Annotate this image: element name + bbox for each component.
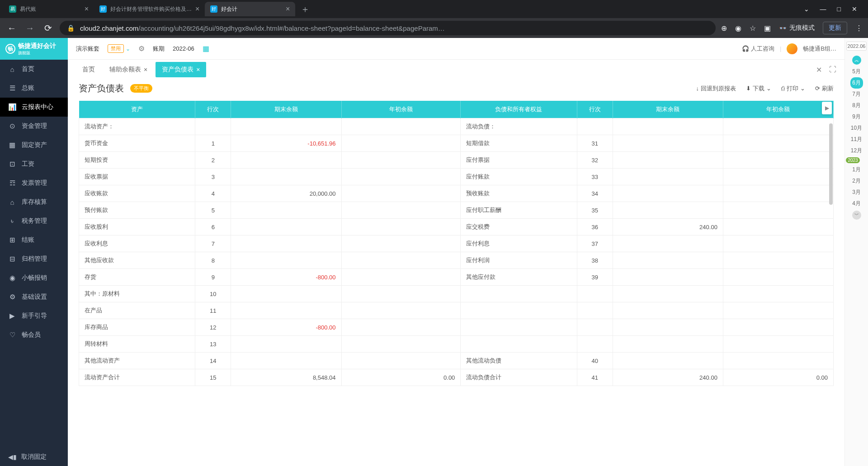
cell-start-bal[interactable]: [341, 169, 461, 185]
sidebar-item-5[interactable]: ⊡工资: [0, 155, 68, 174]
cell-start-bal[interactable]: [341, 235, 461, 252]
cell-end-bal[interactable]: [231, 286, 341, 302]
cell-liab[interactable]: 应交税费: [461, 219, 577, 235]
page-tab[interactable]: 辅助余额表×: [103, 62, 154, 77]
cell-start-bal[interactable]: [341, 152, 461, 169]
new-tab-button[interactable]: ＋: [295, 3, 315, 15]
cell-start-bal2[interactable]: [723, 135, 833, 152]
cell-start-bal[interactable]: [341, 219, 461, 235]
cell-start-bal[interactable]: 0.00: [341, 369, 461, 386]
cell-start-bal2[interactable]: [723, 286, 833, 302]
menu-icon[interactable]: ⋮: [855, 24, 863, 33]
cell-end-bal2[interactable]: [613, 286, 723, 302]
cell-asset[interactable]: 在产品: [79, 302, 195, 319]
cell-end-bal[interactable]: -800.00: [231, 269, 341, 286]
cell-start-bal[interactable]: [341, 269, 461, 286]
cell-end-bal[interactable]: -10,651.96: [231, 135, 341, 152]
calendar-icon[interactable]: ▦: [203, 44, 209, 53]
cell-end-bal[interactable]: [231, 353, 341, 369]
cell-start-bal[interactable]: [341, 336, 461, 353]
download-button[interactable]: ⬇ 下载 ⌄: [746, 85, 771, 93]
cell-asset[interactable]: 其他应收款: [79, 252, 195, 269]
cell-start-bal2[interactable]: [723, 319, 833, 336]
unpin-button[interactable]: ◀▮ 取消固定: [0, 448, 68, 466]
cell-asset[interactable]: 周转材料: [79, 336, 195, 353]
sidebar-item-3[interactable]: ⊙资金管理: [0, 117, 68, 136]
cell-end-bal[interactable]: [231, 235, 341, 252]
cell-asset[interactable]: 流动资产：: [79, 118, 195, 135]
cell-end-bal2[interactable]: [613, 353, 723, 369]
cell-start-bal2[interactable]: [723, 235, 833, 252]
month-item[interactable]: 8月: [850, 100, 863, 111]
cell-asset[interactable]: 库存商品: [79, 319, 195, 336]
month-item[interactable]: 2月: [852, 175, 861, 187]
cell-asset[interactable]: 其他流动资产: [79, 353, 195, 369]
cell-start-bal2[interactable]: [723, 152, 833, 169]
cell-liab[interactable]: 流动负债：: [461, 118, 577, 135]
cell-end-bal2[interactable]: [613, 302, 723, 319]
cell-asset[interactable]: 应收账款: [79, 185, 195, 202]
close-window-icon[interactable]: ✕: [852, 5, 857, 13]
cell-start-bal[interactable]: [341, 319, 461, 336]
cell-end-bal2[interactable]: [613, 269, 723, 286]
cell-asset[interactable]: 应收票据: [79, 169, 195, 185]
cell-start-bal2[interactable]: [723, 185, 833, 202]
sidebar-item-14[interactable]: ♡畅会员: [0, 325, 68, 344]
month-item[interactable]: 6月: [850, 77, 863, 89]
cell-end-bal2[interactable]: [613, 235, 723, 252]
tab-close-icon[interactable]: ×: [195, 5, 199, 13]
avatar[interactable]: [787, 43, 797, 54]
cell-liab[interactable]: 预收账款: [461, 185, 577, 202]
month-picker-year[interactable]: 2022.06: [846, 42, 867, 51]
month-item[interactable]: 1月: [852, 164, 861, 175]
cell-end-bal[interactable]: [231, 152, 341, 169]
sidebar-item-4[interactable]: ▦固定资产: [0, 136, 68, 155]
sidebar-item-8[interactable]: ৳税务管理: [0, 212, 68, 231]
update-button[interactable]: 更新: [823, 22, 847, 34]
cell-asset[interactable]: 流动资产合计: [79, 369, 195, 386]
cell-start-bal[interactable]: [341, 252, 461, 269]
month-up-button[interactable]: ︽: [852, 56, 861, 65]
cell-liab[interactable]: [461, 336, 577, 353]
cell-liab[interactable]: 应付利息: [461, 235, 577, 252]
tab-close-icon[interactable]: ×: [286, 5, 290, 13]
page-tab[interactable]: 资产负债表×: [156, 62, 206, 77]
cell-start-bal[interactable]: [341, 185, 461, 202]
cell-end-bal[interactable]: -800.00: [231, 319, 341, 336]
cell-start-bal2[interactable]: [723, 302, 833, 319]
cell-end-bal2[interactable]: [613, 252, 723, 269]
search-icon[interactable]: ⊕: [721, 24, 727, 33]
month-item[interactable]: 5月: [850, 66, 863, 77]
cell-end-bal2[interactable]: [613, 336, 723, 353]
cell-start-bal2[interactable]: [723, 118, 833, 135]
cell-start-bal2[interactable]: [723, 252, 833, 269]
tab-close-icon[interactable]: ×: [144, 66, 147, 73]
sidebar-item-7[interactable]: ⌂库存核算: [0, 193, 68, 212]
maximize-icon[interactable]: □: [837, 5, 841, 13]
cell-end-bal[interactable]: [231, 118, 341, 135]
cell-liab[interactable]: 应付职工薪酬: [461, 202, 577, 219]
cell-end-bal2[interactable]: [613, 169, 723, 185]
sidebar-item-2[interactable]: 📊云报表中心: [0, 98, 68, 117]
month-item[interactable]: 12月: [850, 145, 863, 156]
cell-asset[interactable]: 货币资金: [79, 135, 195, 152]
cell-liab[interactable]: 流动负债合计: [461, 369, 577, 386]
month-item[interactable]: 9月: [850, 111, 863, 122]
cell-liab[interactable]: 其他应付款: [461, 269, 577, 286]
cell-end-bal2[interactable]: [613, 118, 723, 135]
month-item[interactable]: 11月: [850, 134, 863, 145]
fullscreen-icon[interactable]: ⛶: [829, 66, 836, 74]
scrollbar-thumb[interactable]: [829, 123, 833, 205]
support-button[interactable]: 🎧 人工咨询: [742, 45, 774, 53]
period-value[interactable]: 2022-06: [173, 45, 194, 52]
cell-end-bal[interactable]: [231, 219, 341, 235]
cell-start-bal2[interactable]: [723, 269, 833, 286]
cell-liab[interactable]: 应付账款: [461, 169, 577, 185]
cell-start-bal[interactable]: [341, 286, 461, 302]
cell-start-bal2[interactable]: [723, 202, 833, 219]
cell-end-bal2[interactable]: [613, 202, 723, 219]
settings-icon[interactable]: ⚙: [138, 44, 145, 53]
scroll-right-button[interactable]: ▶: [822, 102, 832, 114]
cell-liab[interactable]: 其他流动负债: [461, 353, 577, 369]
print-button[interactable]: ⎙ 打印 ⌄: [781, 85, 805, 93]
